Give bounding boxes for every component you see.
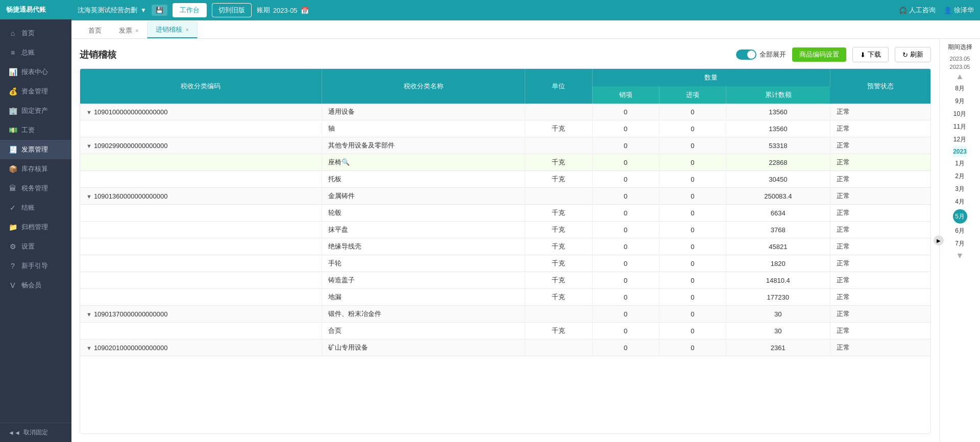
cell-sale-in: 0 [659, 255, 726, 272]
period-item-8[interactable]: 8月 [955, 82, 965, 95]
sidebar-item-invoice[interactable]: 🧾发票管理 [0, 140, 71, 159]
period-item-1[interactable]: 1月 [955, 157, 965, 170]
period-item-10[interactable]: 10月 [953, 108, 966, 120]
sidebar-item-member[interactable]: V畅会员 [0, 276, 71, 295]
sidebar-item-inventory[interactable]: 📦库存核算 [0, 159, 71, 179]
period-item-5-active[interactable]: 5月 [953, 209, 967, 224]
cell-sale-out: 0 [592, 272, 659, 289]
tab-home[interactable]: 首页 [80, 22, 110, 38]
settings-icon: ⚙ [8, 242, 17, 251]
cell-sale-out: 0 [592, 154, 659, 171]
main-table: 税收分类编码 税收分类名称 单位 数量 预警状态 销项 进项 累计数额 [80, 69, 930, 356]
user-menu[interactable]: 👤 徐泽华 [944, 6, 974, 15]
toggle-knob [747, 51, 755, 59]
download-btn[interactable]: ⬇ 下载 [852, 47, 889, 62]
cell-sale-in: 0 [659, 104, 726, 120]
topbar: 沈海英测试经营勿删 ▼ 💾 工作台 切到旧版 账期 2023-05 📅 🎧 人工… [71, 0, 980, 20]
sidebar-item-assets[interactable]: 🏢固定资产 [0, 101, 71, 120]
period-value: 2023-05 [273, 7, 298, 14]
period-item-11[interactable]: 11月 [953, 120, 966, 133]
cell-sale-in: 0 [659, 289, 726, 306]
table-row: 抹平盘 千克 0 0 3768 正常 [80, 222, 930, 238]
cell-code: ▼10902990000000000000 [80, 137, 322, 154]
sidebar-item-report[interactable]: 📊报表中心 [0, 62, 71, 82]
cell-total: 250083.4 [726, 188, 830, 205]
calendar-icon[interactable]: 📅 [301, 7, 309, 14]
expand-all-toggle[interactable]: 全部展开 [736, 50, 786, 60]
consult-label: 人工咨询 [909, 6, 936, 15]
period-item-2[interactable]: 2月 [955, 170, 965, 183]
sidebar-item-salary[interactable]: 💵工资 [0, 120, 71, 140]
period-item-9[interactable]: 9月 [955, 95, 965, 108]
sidebar-item-settings[interactable]: ⚙设置 [0, 237, 71, 256]
inventory-icon: 📦 [8, 164, 17, 174]
cell-sale-out: 0 [592, 137, 659, 154]
cell-name: 地漏 [322, 289, 525, 306]
th-total: 累计数额 [726, 86, 830, 104]
tab-close-invoice[interactable]: × [135, 28, 138, 34]
closing-icon: ✓ [8, 203, 17, 212]
cell-code: ▼10902010000000000000 [80, 339, 322, 356]
toggle-switch[interactable] [736, 50, 756, 60]
save-draft-button[interactable]: 💾 [152, 5, 167, 16]
period-item-6[interactable]: 6月 [955, 225, 965, 237]
cell-name: 其他专用设备及零部件 [322, 137, 525, 154]
cell-sale-in: 0 [659, 272, 726, 289]
cell-sale-in: 0 [659, 137, 726, 154]
th-quantity-group: 数量 [592, 69, 830, 86]
sidebar-label-ledger: 总账 [21, 48, 35, 57]
period-item-12[interactable]: 12月 [953, 133, 966, 146]
period-item-3[interactable]: 3月 [955, 183, 965, 195]
refresh-btn[interactable]: ↻ 刷新 [895, 47, 931, 62]
sidebar-label-closing: 结账 [21, 203, 35, 212]
product-code-btn[interactable]: 商品编码设置 [792, 47, 846, 62]
cell-code [80, 154, 322, 171]
report-icon: 📊 [8, 67, 17, 77]
cell-unit: 千克 [525, 323, 592, 339]
sidebar-item-closing[interactable]: ✓结账 [0, 198, 71, 217]
cancel-pin-btn[interactable]: ◄◄ 取消固定 [0, 423, 71, 442]
sidebar-item-guide[interactable]: ?新手引导 [0, 256, 71, 276]
period-scroll-up[interactable]: ▲ [955, 71, 965, 82]
cell-code [80, 171, 322, 188]
consult-button[interactable]: 🎧 人工咨询 [899, 6, 936, 15]
tab-label-check: 进销稽核 [156, 25, 182, 34]
panel-collapse-btn[interactable]: ▶ [934, 235, 944, 245]
sidebar-item-tax[interactable]: 🏛税务管理 [0, 179, 71, 198]
year-label-top: 2023.05 [950, 55, 970, 63]
expand-icon[interactable]: ▼ [86, 311, 92, 317]
cell-sale-in: 0 [659, 171, 726, 188]
table-row: 合页 千克 0 0 30 正常 [80, 323, 930, 339]
expand-icon[interactable]: ▼ [86, 193, 92, 200]
expand-icon[interactable]: ▼ [86, 109, 92, 115]
sidebar-label-archive: 归档管理 [21, 223, 48, 232]
cell-code [80, 222, 322, 238]
current-year-label: 2023 [953, 146, 967, 157]
period-scroll-down[interactable]: ▼ [955, 250, 965, 261]
sidebar-item-home[interactable]: ⌂首页 [0, 23, 71, 43]
period-panel-title: 期间选择 [948, 43, 972, 52]
cell-unit: 千克 [525, 272, 592, 289]
cell-status: 正常 [830, 306, 930, 323]
expand-icon[interactable]: ▼ [86, 143, 92, 149]
cell-name: 轴 [322, 120, 525, 137]
cell-unit [525, 137, 592, 154]
cell-unit: 千克 [525, 238, 592, 255]
search-icon[interactable]: 🔍 [341, 158, 350, 166]
expand-icon[interactable]: ▼ [86, 345, 92, 351]
sidebar-item-ledger[interactable]: ≡总账 [0, 43, 71, 62]
period-item-4[interactable]: 4月 [955, 195, 965, 208]
tab-invoice[interactable]: 发票× [110, 22, 147, 38]
tab-close-check[interactable]: × [185, 27, 188, 33]
sidebar-logo[interactable]: 畅捷通易代账 [0, 0, 71, 19]
period-section-2023-top: 2023.05 2023.05 ▲ 8月 9月 10月 11月 12月 2023… [940, 55, 980, 261]
tab-check[interactable]: 进销稽核× [147, 21, 197, 38]
cell-sale-in: 0 [659, 205, 726, 222]
workspace-button[interactable]: 工作台 [173, 3, 207, 17]
sidebar-item-finance[interactable]: 💰资金管理 [0, 82, 71, 101]
sidebar-item-archive[interactable]: 📁归档管理 [0, 217, 71, 237]
company-selector[interactable]: 沈海英测试经营勿删 ▼ [78, 6, 146, 15]
sidebar-label-tax: 税务管理 [21, 184, 48, 193]
period-item-7[interactable]: 7月 [955, 237, 965, 250]
switch-version-button[interactable]: 切到旧版 [212, 3, 252, 17]
